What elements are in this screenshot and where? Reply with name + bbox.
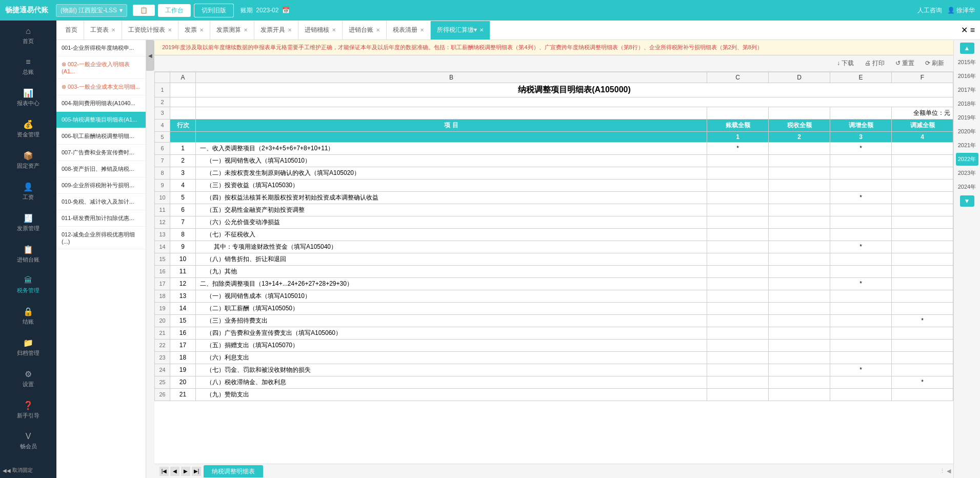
tab-invoice-issue[interactable]: 发票开具 ✕ — [254, 21, 298, 39]
year-nav-down[interactable]: ▼ — [960, 195, 974, 207]
year-2020[interactable]: 2020年 — [956, 125, 978, 138]
sheet-nav-next[interactable]: ▶ — [181, 467, 190, 476]
sidebar-item-salary[interactable]: 👤 工资 — [0, 176, 56, 207]
calendar-icon[interactable]: 📅 — [282, 7, 290, 14]
tab-invoice-calc-close[interactable]: ✕ — [244, 27, 248, 33]
reports-icon: 📊 — [23, 88, 33, 98]
dropdown-icon: ▾ — [119, 7, 123, 14]
switch-old-btn[interactable]: 切到旧版 — [194, 4, 234, 17]
sidebar-label-ledger: 总账 — [23, 68, 34, 76]
tab-income-tax-close[interactable]: ✕ — [479, 27, 484, 33]
sidebar-label-reports: 报表中心 — [17, 99, 39, 107]
form-item-010[interactable]: 010-免税、减计收入及加计... — [56, 194, 146, 210]
tab-income-tax[interactable]: 所得税汇算缴▾ ✕ — [431, 21, 490, 39]
col-label-shuishou: 税收全额 — [769, 119, 830, 131]
tab-tax-clear-close[interactable]: ✕ — [420, 27, 424, 33]
year-2017[interactable]: 2017年 — [956, 84, 978, 96]
tab-salary-close[interactable]: ✕ — [111, 27, 115, 33]
form-item-005[interactable]: 005-纳税调整项目明细表(A1... — [56, 112, 146, 128]
tab-home[interactable]: 首页 — [59, 21, 84, 39]
year-2022[interactable]: 2022年 — [956, 153, 978, 166]
notice-text: 2019年度涉及取以前年度继续数据的申报表单元格需要手工维护正确，才能保证本年及… — [162, 44, 763, 50]
col-label-tiaozeng: 调增全额 — [830, 119, 892, 131]
form-item-012[interactable]: 012-减免企业所得税优惠明细(...) — [56, 227, 146, 249]
copy-btn[interactable]: 📋 — [133, 5, 155, 16]
sheet-nav-prev[interactable]: ◀ — [170, 467, 179, 476]
year-2023[interactable]: 2023年 — [956, 167, 978, 180]
company-selector[interactable]: (物副) 江西股宝-LSS ▾ — [56, 4, 127, 17]
sidebar-item-finance[interactable]: 💰 资金管理 — [0, 113, 56, 145]
refresh-btn[interactable]: ⟳ 刷新 — [921, 57, 948, 69]
form-item-002[interactable]: ⊗002-一般企业收入明细表(A1... — [56, 56, 146, 79]
table-row: 15 10 （八）销售折扣、折让和退回 — [155, 253, 953, 265]
tab-in-out-check-close[interactable]: ✕ — [332, 27, 336, 33]
sidebar-bottom: ◀◀ 取消固定 — [0, 463, 56, 478]
form-item-004[interactable]: 004-期间费用明细表(A1040... — [56, 95, 146, 112]
invoice-icon: 🧾 — [23, 213, 33, 223]
tab-invoice-issue-close[interactable]: ✕ — [288, 27, 292, 33]
notice-bar: 2019年度涉及取以前年度继续数据的申报表单元格需要手工维护正确，才能保证本年及… — [154, 40, 953, 55]
unpin-btn[interactable]: ◀◀ 取消固定 — [0, 463, 56, 478]
table-row: 20 15 （三）业务招待费支出 * — [155, 314, 953, 327]
sidebar-item-archive[interactable]: 📁 归档管理 — [0, 332, 56, 363]
year-2018[interactable]: 2018年 — [956, 97, 978, 110]
tab-invoice-calc[interactable]: 发票测算 ✕ — [210, 21, 254, 39]
sidebar-item-guide[interactable]: ❓ 新手引导 — [0, 394, 56, 426]
form-item-011[interactable]: 011-研发费用加计扣除优惠... — [56, 210, 146, 227]
sidebar-item-member[interactable]: V 畅会员 — [0, 426, 56, 456]
consult-btn[interactable]: 人工咨询 — [917, 6, 942, 15]
tab-salary-report[interactable]: 工资统计报表 ✕ — [122, 21, 178, 39]
spreadsheet-wrapper[interactable]: A B C D E F — [154, 72, 953, 464]
sidebar-item-tax[interactable]: 🏛 税务管理 — [0, 270, 56, 301]
main-area: ⌂ 首页 ≡ 总账 📊 报表中心 💰 资金管理 📦 固定资产 👤 工资 — [0, 21, 980, 478]
sidebar-label-home: 首页 — [23, 37, 34, 45]
print-btn[interactable]: 🖨 打印 — [861, 57, 889, 69]
tab-close-all[interactable]: ✕ — [961, 25, 968, 35]
sidebar-item-invoice[interactable]: 🧾 发票管理 — [0, 207, 56, 238]
sheet-nav-first[interactable]: |◀ — [159, 467, 169, 476]
form-item-009[interactable]: 009-企业所得税附补亏损明... — [56, 177, 146, 194]
workbench-btn[interactable]: 工作台 — [158, 4, 191, 17]
form-item-008[interactable]: 008-资产折旧、摊销及纳税... — [56, 161, 146, 177]
year-2019[interactable]: 2019年 — [956, 111, 978, 124]
tab-tax-clear[interactable]: 税表清册 ✕ — [387, 21, 431, 39]
tab-in-out-ledger[interactable]: 进销台账 ✕ — [343, 21, 387, 39]
col-label-tiaohai: 调减全额 — [892, 119, 953, 131]
close-icon: 🔒 — [23, 307, 33, 316]
sidebar-item-sales[interactable]: 📋 进销台账 — [0, 238, 56, 270]
period-label: 账期 2023-02 📅 — [241, 6, 290, 15]
sidebar-item-reports[interactable]: 📊 报表中心 — [0, 82, 56, 113]
year-2016[interactable]: 2016年 — [956, 70, 978, 83]
year-2015[interactable]: 2015年 — [956, 56, 978, 69]
form-item-007[interactable]: 007-广告费和业务宣传费时... — [56, 145, 146, 161]
sidebar-item-close[interactable]: 🔒 结账 — [0, 301, 56, 332]
year-nav-up[interactable]: ▲ — [960, 43, 974, 54]
download-btn[interactable]: ↓ 下载 — [833, 57, 858, 69]
sidebar-item-ledger[interactable]: ≡ 总账 — [0, 51, 56, 82]
tab-salary-report-label: 工资统计报表 — [128, 26, 165, 34]
year-2021[interactable]: 2021年 — [956, 139, 978, 152]
reset-btn[interactable]: ↺ 重置 — [891, 57, 918, 69]
panel-collapse-btn[interactable]: ◀ — [146, 40, 154, 71]
tab-in-out-ledger-close[interactable]: ✕ — [376, 27, 380, 33]
form-item-006[interactable]: 006-职工薪酬纳税调整明细... — [56, 128, 146, 145]
sheet-tab-adjust[interactable]: 纳税调整明细表 — [204, 465, 263, 477]
col-sub-3: 3 — [830, 131, 892, 142]
tab-salary-report-close[interactable]: ✕ — [168, 27, 172, 33]
sidebar-item-settings[interactable]: ⚙ 设置 — [0, 363, 56, 394]
tab-more[interactable]: ≡ — [970, 26, 975, 35]
tab-salary[interactable]: 工资表 ✕ — [84, 21, 122, 39]
user-avatar[interactable]: 👤 徐泽华 — [947, 6, 975, 15]
table-row: 24 19 （七）罚金、罚款和被没收财物的损失 * — [155, 364, 953, 376]
year-2024[interactable]: 2024年 — [956, 181, 978, 193]
tab-invoice[interactable]: 发票 ✕ — [178, 21, 210, 39]
sidebar-item-home[interactable]: ⌂ 首页 — [0, 21, 56, 51]
sidebar-item-assets[interactable]: 📦 固定资产 — [0, 145, 56, 176]
right-year-panel: ▲ 2015年 2016年 2017年 2018年 2019年 2020年 20… — [953, 40, 980, 478]
tab-in-out-check[interactable]: 进销稽核 ✕ — [298, 21, 343, 39]
tab-invoice-close[interactable]: ✕ — [199, 27, 204, 33]
sheet-nav-last[interactable]: ▶| — [192, 467, 201, 476]
table-row: 13 8 （七）不征税收入 — [155, 228, 953, 241]
form-item-001[interactable]: 001-企业所得税年度纳税申... — [56, 40, 146, 56]
form-item-003[interactable]: ⊗003-一般企业成本支出明细... — [56, 79, 146, 95]
